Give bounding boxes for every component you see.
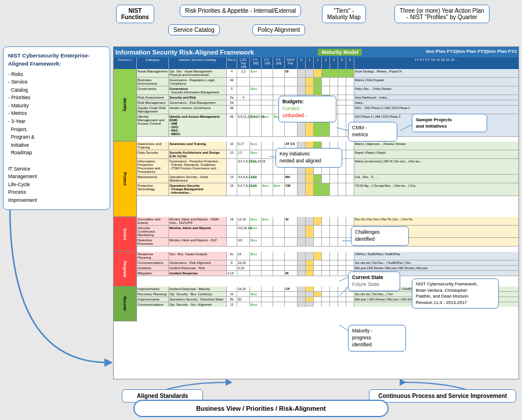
sidebar-3year: - 3-Year Project, Program & Initiative R… bbox=[8, 118, 105, 157]
table-row-protective-tech: Protective Technology Operations Securit… bbox=[137, 183, 519, 196]
table-row-resp-planning: Response Planning Gov.- Bus. Impact Anal… bbox=[137, 252, 519, 260]
continuous-process-text: Continuous Process and Service Improveme… bbox=[378, 393, 507, 399]
function-identify: Identify bbox=[114, 69, 137, 142]
table-row-security-monitoring: Security Continuous Monitoring Monitor, … bbox=[137, 226, 519, 238]
table-row-asset-mgmt: Asset Management Opr. Sec - Asset Manage… bbox=[137, 69, 519, 78]
nist-functions-label: NIST Functions bbox=[116, 5, 154, 23]
framework-title: Information Security Risk-Aligned Framew… bbox=[115, 49, 254, 56]
challenges-text: Challenges identified bbox=[355, 229, 405, 243]
budgets-callout: Budgets: Funded - Unfunded - bbox=[278, 96, 336, 122]
left-sidebar: NIST Cybersecurity Enterprise-Aligned Fr… bbox=[3, 46, 110, 210]
nist-csf-text: NIST Cybersecurity Framework, Brian Vent… bbox=[416, 281, 495, 306]
maturity-text: Maturity - progress identified bbox=[352, 328, 402, 349]
sidebar-priorities: - Priorities bbox=[8, 94, 105, 102]
maturity-model-badge: Maturity Model bbox=[318, 49, 362, 56]
budgets-title: Budgets: bbox=[282, 99, 332, 106]
cmm-callout: CMM - metrics bbox=[348, 122, 397, 142]
sidebar-risk: - Risks bbox=[8, 71, 105, 79]
future-state-text: Future State bbox=[352, 281, 396, 288]
sidebar-metrics: - Metrics bbox=[8, 110, 105, 118]
table-row-governance: Governance Governance- Security Informat… bbox=[137, 86, 519, 95]
sidebar-service-catalog: - Service Catalog bbox=[8, 78, 105, 94]
key-initiatives-callout: Key initiatives nested and aligned bbox=[276, 148, 342, 168]
sidebar-title: NIST Cybersecurity Enterprise-Aligned Fr… bbox=[8, 52, 105, 68]
sidebar-itsm: IT ServiceManagementLife-CycleProcessImp… bbox=[8, 165, 105, 205]
sample-projects-text: Sample Projects and Initiatives bbox=[416, 117, 483, 129]
sub-header: Functio n Category InfoSec Service Catal… bbox=[114, 57, 519, 69]
challenges-callout: Challenges identified bbox=[351, 226, 409, 246]
table-row-detection-proc: Detection Processor Monitor, Alerts and … bbox=[137, 238, 519, 247]
table-row-biz-env: Business Environment Governance - Regula… bbox=[137, 78, 519, 86]
nist-csf-callout: NIST Cybersecurity Framework, Brian Vent… bbox=[412, 278, 499, 309]
service-catalog-label: Service Catalog bbox=[168, 24, 220, 35]
business-view-box: Business View / Priorities / Risk-Alignm… bbox=[133, 400, 389, 417]
table-row-anomalies: Anomalies and Events Monitor, Alerts and… bbox=[137, 217, 519, 226]
sample-projects-callout: Sample Projects and Initiatives bbox=[412, 114, 487, 132]
tiers-label: "Tiers" - Maturity Map bbox=[322, 5, 366, 23]
table-row-resp-comms: Communications Governance - Risk Alignme… bbox=[137, 260, 519, 266]
table-row-maintenance: Maintenance Operations Security - Asset … bbox=[137, 175, 519, 183]
unfunded-label: Unfunded - bbox=[282, 113, 332, 120]
sidebar-maturity: - Maturity bbox=[8, 102, 105, 110]
key-initiatives-text: Key initiatives nested and aligned bbox=[280, 151, 338, 165]
function-detect: Detect bbox=[114, 217, 137, 252]
risk-priorities-label: Risk Priorities & Appetite - Internal/Ex… bbox=[180, 5, 301, 17]
continuous-process-box: Continuous Process and Service Improveme… bbox=[369, 389, 516, 403]
function-recover: Recover bbox=[114, 287, 137, 321]
table-row-incidents: Incidents Incident Response - Risk 6,19 bbox=[137, 266, 519, 271]
action-plan-header: tion Plan FY2|tion Plan FY2|tion Plan FY… bbox=[426, 49, 517, 56]
function-respond: Respond bbox=[114, 252, 137, 287]
framework-header: Information Security Risk-Aligned Framew… bbox=[114, 47, 519, 57]
funded-label: Funded - bbox=[282, 106, 332, 113]
cmm-text: CMM - metrics bbox=[352, 125, 393, 139]
main-container: NIST Functions Risk Priorities & Appetit… bbox=[0, 0, 522, 420]
aligned-standards-text: Aligned Standards bbox=[137, 393, 188, 399]
three-year-label: Three (or more) Year Action Plan - NIST … bbox=[394, 5, 490, 23]
policy-alignment-label: Policy Alignment bbox=[252, 24, 305, 35]
current-state-callout: Current State Future State bbox=[348, 271, 400, 291]
table-row-mitigation: Mitigation Incident Response 4,19 IR bbox=[137, 271, 519, 276]
table-row-detect-section: Detect Anomalies and Events Monitor, Ale… bbox=[114, 217, 519, 252]
maturity-callout: Maturity - progress identified bbox=[348, 325, 406, 352]
business-view-text: Business View / Priorities / Risk-Alignm… bbox=[196, 405, 326, 412]
function-protect: Protect bbox=[114, 142, 137, 217]
current-state-text: Current State bbox=[352, 274, 396, 281]
